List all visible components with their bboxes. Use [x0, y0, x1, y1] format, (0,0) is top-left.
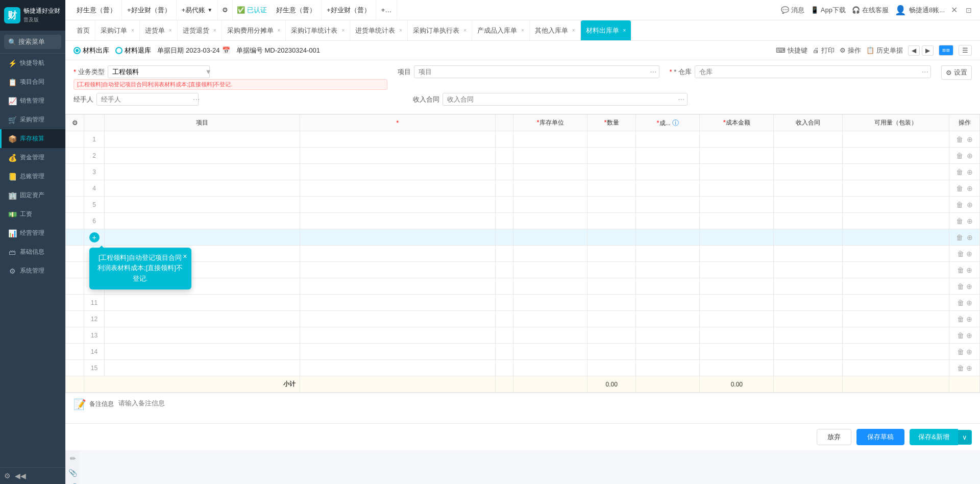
row-3-project[interactable] — [105, 164, 300, 180]
row-5-quantity[interactable] — [587, 197, 635, 213]
prev-doc-btn[interactable]: ◀ — [908, 45, 920, 56]
sidebar-collapse-btn[interactable]: ◀◀ — [15, 472, 26, 480]
user-area[interactable]: 👤 畅捷通8账... — [895, 5, 945, 16]
active-row-cost-price[interactable] — [636, 229, 700, 246]
row-5-cost-price[interactable] — [636, 197, 700, 213]
row-14-copy-btn[interactable]: ⊕ — [965, 347, 973, 357]
row-14-cost-price[interactable] — [636, 344, 700, 360]
row-12-unit[interactable] — [513, 311, 587, 327]
row-11-copy-btn[interactable]: ⊕ — [965, 298, 973, 308]
project-dots-icon[interactable]: ··· — [648, 67, 658, 77]
calendar-icon[interactable]: 📅 — [222, 46, 230, 54]
row-9-delete-btn[interactable]: 🗑 — [956, 265, 965, 275]
warehouse-input[interactable] — [695, 66, 920, 78]
row-3-cost-amount[interactable] — [700, 164, 774, 180]
row-14-available-qty[interactable] — [842, 344, 949, 360]
tab-goods-stat-close[interactable]: × — [399, 28, 402, 33]
row-15-delete-btn[interactable]: 🗑 — [956, 363, 965, 373]
row-10-cost-price[interactable] — [636, 278, 700, 295]
row-8-income-contract[interactable] — [774, 246, 843, 262]
next-doc-btn[interactable]: ▶ — [922, 45, 934, 56]
project-input[interactable] — [414, 66, 648, 78]
row-13-income-contract[interactable] — [774, 327, 843, 344]
sidebar-item-finance[interactable]: 💰 资金管理 — [0, 148, 65, 167]
row-11-name[interactable] — [300, 295, 495, 311]
row-14-unit[interactable] — [513, 344, 587, 360]
sidebar-item-payroll[interactable]: 💵 工资 — [0, 205, 65, 224]
warehouse-input-wrap[interactable]: ··· — [695, 65, 931, 78]
row-11-income-contract[interactable] — [774, 295, 843, 311]
tab-home[interactable]: 首页 — [71, 20, 95, 41]
row-15-project[interactable] — [105, 360, 300, 376]
row-4-unit[interactable] — [513, 180, 587, 197]
row-8-cost-amount[interactable] — [700, 246, 774, 262]
row-9-available-qty[interactable] — [842, 262, 949, 278]
row-15-unit[interactable] — [513, 360, 587, 376]
tooltip-close-btn[interactable]: × — [183, 251, 187, 262]
tab-production-in[interactable]: 产成品入库单 × — [472, 20, 530, 41]
tab-other-in[interactable]: 其他入库单 × — [530, 20, 581, 41]
income-contract-dots-icon[interactable]: ··· — [676, 95, 687, 104]
row-3-copy-btn[interactable]: ⊕ — [966, 167, 974, 177]
row-1-cost-price[interactable] — [636, 131, 700, 148]
row-12-spec[interactable] — [495, 311, 513, 327]
cost-price-info-icon[interactable]: ⓘ — [672, 119, 679, 127]
row-4-project[interactable] — [105, 180, 300, 197]
row-10-income-contract[interactable] — [774, 278, 843, 295]
radio-material-return[interactable]: 材料退库 — [115, 46, 151, 55]
row-6-available-qty[interactable] — [842, 213, 949, 229]
topbar-gear[interactable]: ⚙ — [218, 0, 233, 20]
row-14-quantity[interactable] — [587, 344, 635, 360]
row-8-spec[interactable] — [495, 246, 513, 262]
business-type-input[interactable] — [108, 66, 202, 78]
handler-input[interactable] — [97, 93, 191, 105]
row-1-name[interactable] — [300, 131, 495, 148]
topbar-good-biz2[interactable]: 好生意（普） — [271, 0, 322, 20]
row-10-cost-amount[interactable] — [700, 278, 774, 295]
row-14-name[interactable] — [300, 344, 495, 360]
row-13-cost-price[interactable] — [636, 327, 700, 344]
row-14-cost-amount[interactable] — [700, 344, 774, 360]
business-type-input-wrap[interactable]: ▼ — [108, 65, 210, 78]
row-10-name[interactable] — [300, 278, 495, 295]
row-11-delete-btn[interactable]: 🗑 — [956, 298, 965, 308]
row-6-name[interactable] — [300, 213, 495, 229]
row-4-delete-btn[interactable]: 🗑 — [955, 183, 964, 193]
project-input-wrap[interactable]: ··· — [414, 65, 659, 78]
row-2-quantity[interactable] — [587, 148, 635, 164]
row-8-quantity[interactable] — [587, 246, 635, 262]
row-2-copy-btn[interactable]: ⊕ — [966, 151, 974, 161]
row-10-spec[interactable] — [495, 278, 513, 295]
row-3-quantity[interactable] — [587, 164, 635, 180]
tab-goods-receipt-close[interactable]: × — [169, 28, 172, 33]
row-9-income-contract[interactable] — [774, 262, 843, 278]
save-new-arrow-btn[interactable]: ∨ — [958, 430, 972, 445]
row-3-available-qty[interactable] — [842, 164, 949, 180]
row-13-spec[interactable] — [495, 327, 513, 344]
row-11-available-qty[interactable] — [842, 295, 949, 311]
tab-purchase-order-close[interactable]: × — [131, 28, 134, 33]
history-btn[interactable]: 📋 历史单据 — [866, 46, 903, 55]
row-4-available-qty[interactable] — [842, 180, 949, 197]
list-view-btn[interactable]: ≡≡ — [939, 45, 953, 56]
row-3-unit[interactable] — [513, 164, 587, 180]
row-3-delete-btn[interactable]: 🗑 — [955, 167, 964, 177]
row-15-income-contract[interactable] — [774, 360, 843, 376]
row-12-cost-amount[interactable] — [700, 311, 774, 327]
topbar-good-finance[interactable]: +好业财（普） — [122, 0, 177, 20]
sidebar-item-system[interactable]: ⚙ 系统管理 — [0, 261, 65, 280]
row-4-spec[interactable] — [495, 180, 513, 197]
topbar-easy-trade[interactable]: +易代账 ▼ — [177, 0, 218, 20]
save-draft-btn[interactable]: 保存草稿 — [856, 429, 904, 445]
row-1-quantity[interactable] — [587, 131, 635, 148]
sidebar-item-ledger[interactable]: 📒 总账管理 — [0, 167, 65, 186]
row-8-copy-btn[interactable]: ⊕ — [965, 249, 973, 259]
row-14-income-contract[interactable] — [774, 344, 843, 360]
row-2-spec[interactable] — [495, 148, 513, 164]
row-11-spec[interactable] — [495, 295, 513, 311]
active-row-quantity[interactable] — [587, 229, 635, 246]
row-2-name[interactable] — [300, 148, 495, 164]
row-5-income-contract[interactable] — [774, 197, 843, 213]
sidebar-item-fixed-assets[interactable]: 🏢 固定资产 — [0, 186, 65, 205]
row-8-cost-price[interactable] — [636, 246, 700, 262]
